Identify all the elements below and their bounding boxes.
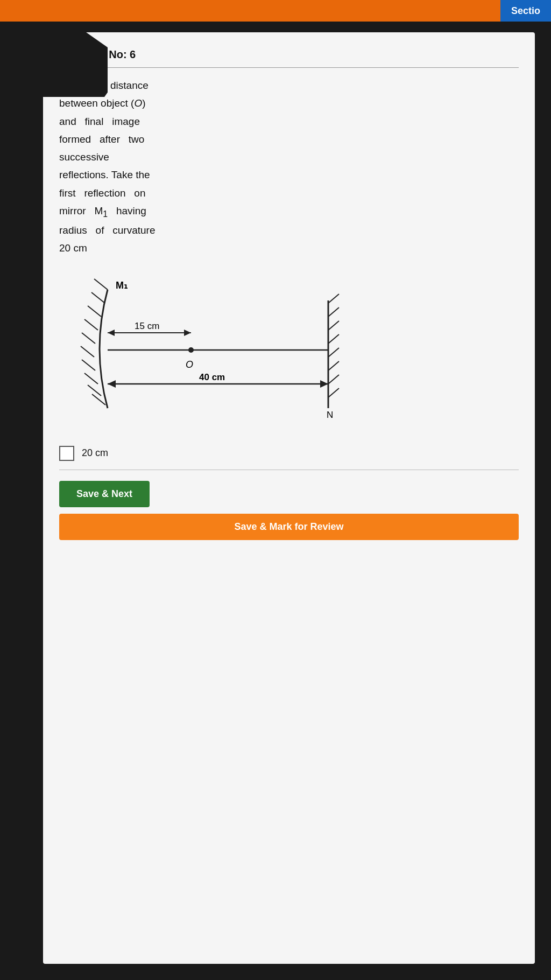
svg-line-19 — [328, 388, 339, 397]
svg-line-12 — [328, 294, 339, 303]
svg-line-5 — [81, 346, 94, 357]
svg-line-0 — [94, 279, 108, 290]
distance-40-label: 40 cm — [199, 372, 225, 382]
svg-marker-20 — [108, 380, 116, 388]
svg-line-14 — [328, 321, 339, 330]
buttons-area: Save & Next Save & Mark for Review — [59, 481, 519, 540]
diagonal-overlay — [43, 32, 108, 97]
svg-line-6 — [82, 360, 95, 370]
svg-marker-11 — [184, 330, 191, 336]
mark-review-button[interactable]: Save & Mark for Review — [59, 514, 519, 540]
distance-15-label: 15 cm — [135, 321, 159, 331]
svg-line-18 — [328, 375, 339, 384]
svg-line-17 — [328, 361, 339, 370]
svg-marker-21 — [320, 380, 328, 388]
header-bar — [0, 0, 551, 22]
n-label: N — [327, 410, 333, 420]
option-text-1: 20 cm — [82, 447, 108, 459]
question-header: Question No: 6 — [59, 48, 519, 68]
svg-line-13 — [328, 307, 339, 317]
svg-line-8 — [88, 385, 101, 396]
m1-label: M₁ — [116, 280, 128, 291]
answer-option-1: 20 cm — [59, 446, 519, 470]
svg-marker-10 — [108, 330, 115, 336]
svg-line-15 — [328, 334, 339, 344]
checkbox-opt1[interactable] — [59, 446, 74, 461]
svg-line-4 — [82, 333, 95, 344]
svg-line-7 — [84, 373, 98, 384]
svg-line-9 — [92, 394, 105, 405]
svg-line-1 — [91, 292, 105, 303]
mirror-m1-hatch — [81, 279, 108, 408]
section-label[interactable]: Sectio — [500, 0, 551, 22]
save-next-button[interactable]: Save & Next — [59, 481, 150, 507]
diagram-container: M₁ 15 cm O — [65, 268, 366, 430]
object-dot — [188, 347, 194, 353]
diagram-svg: M₁ 15 cm O — [65, 268, 366, 430]
object-label: O — [186, 359, 193, 370]
main-card: Question No: 6 Find the distance between… — [43, 32, 535, 964]
svg-line-2 — [88, 306, 101, 317]
svg-line-3 — [84, 319, 98, 330]
question-text: Find the distance between object (O) and… — [59, 76, 519, 257]
svg-line-16 — [328, 348, 339, 357]
